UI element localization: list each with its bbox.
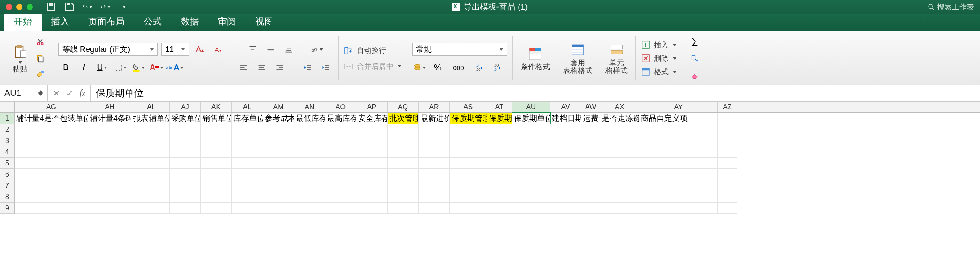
cell-AR9[interactable] [419, 203, 450, 214]
cell-AV8[interactable] [550, 191, 581, 203]
cell-AK5[interactable] [201, 158, 232, 169]
align-top-button[interactable] [245, 43, 260, 56]
cell-AH1[interactable]: 辅计量4条码 [88, 113, 131, 124]
percent-format-button[interactable]: % [430, 61, 445, 74]
copy-button[interactable] [33, 52, 48, 65]
clear-button[interactable] [687, 69, 702, 82]
cell-AJ8[interactable] [170, 191, 201, 203]
cell-AY5[interactable] [639, 158, 718, 169]
cell-AP9[interactable] [356, 203, 388, 214]
undo-button[interactable] [82, 2, 93, 12]
column-header-AU[interactable]: AU [512, 102, 550, 112]
cell-AW9[interactable] [581, 203, 600, 214]
accounting-format-button[interactable] [412, 61, 427, 74]
row-header-6[interactable]: 6 [0, 169, 15, 180]
name-box[interactable]: AU1 [0, 85, 48, 101]
cell-AN3[interactable] [294, 135, 325, 146]
cell-AQ7[interactable] [388, 180, 419, 191]
comma-format-button[interactable]: 000 [448, 61, 468, 74]
tab-review[interactable]: 审阅 [208, 13, 246, 31]
cell-AV2[interactable] [550, 124, 581, 135]
cell-AQ4[interactable] [388, 146, 419, 158]
cell-AS9[interactable] [450, 203, 487, 214]
tab-formulas[interactable]: 公式 [134, 13, 171, 31]
cell-AU8[interactable] [512, 191, 550, 203]
cell-AI9[interactable] [131, 203, 170, 214]
cell-AT2[interactable] [487, 124, 512, 135]
tab-insert[interactable]: 插入 [42, 13, 79, 31]
column-header-AM[interactable]: AM [263, 102, 294, 112]
decrease-decimal-button[interactable]: .00.0 [490, 61, 505, 74]
column-header-AQ[interactable]: AQ [388, 102, 419, 112]
cell-AQ2[interactable] [388, 124, 419, 135]
cell-AJ4[interactable] [170, 146, 201, 158]
cell-AZ6[interactable] [718, 169, 737, 180]
cell-AH3[interactable] [88, 135, 131, 146]
column-header-AL[interactable]: AL [232, 102, 263, 112]
cell-AZ2[interactable] [718, 124, 737, 135]
cell-AM3[interactable] [263, 135, 294, 146]
cell-AS6[interactable] [450, 169, 487, 180]
cell-AH2[interactable] [88, 124, 131, 135]
cell-AK7[interactable] [201, 180, 232, 191]
column-header-AS[interactable]: AS [450, 102, 487, 112]
cell-AG8[interactable] [15, 191, 88, 203]
cell-AU9[interactable] [512, 203, 550, 214]
cell-AI3[interactable] [131, 135, 170, 146]
cell-AN6[interactable] [294, 169, 325, 180]
cell-AG2[interactable] [15, 124, 88, 135]
cell-AL8[interactable] [232, 191, 263, 203]
cell-AL2[interactable] [232, 124, 263, 135]
cell-AP6[interactable] [356, 169, 388, 180]
cell-AU3[interactable] [512, 135, 550, 146]
cell-AW7[interactable] [581, 180, 600, 191]
decrease-indent-button[interactable] [300, 61, 315, 74]
column-header-AT[interactable]: AT [487, 102, 512, 112]
underline-button[interactable]: U [95, 61, 109, 74]
formula-input[interactable]: 保质期单位 [91, 87, 149, 100]
column-header-AO[interactable]: AO [325, 102, 356, 112]
row-header-7[interactable]: 7 [0, 180, 15, 191]
cell-AJ3[interactable] [170, 135, 201, 146]
cell-AK8[interactable] [201, 191, 232, 203]
cell-AX8[interactable] [600, 191, 639, 203]
orientation-button[interactable]: ab [309, 43, 324, 56]
cell-AR2[interactable] [419, 124, 450, 135]
cell-AZ8[interactable] [718, 191, 737, 203]
cell-AH7[interactable] [88, 180, 131, 191]
cell-AU1[interactable]: 保质期单位 [512, 113, 550, 124]
cell-AR1[interactable]: 最新进价 [419, 113, 450, 124]
cell-AT8[interactable] [487, 191, 512, 203]
cell-AR4[interactable] [419, 146, 450, 158]
cell-AI2[interactable] [131, 124, 170, 135]
cell-AJ9[interactable] [170, 203, 201, 214]
cell-AT7[interactable] [487, 180, 512, 191]
redo-button[interactable] [100, 2, 111, 12]
cell-AW6[interactable] [581, 169, 600, 180]
cell-AK3[interactable] [201, 135, 232, 146]
column-header-AZ[interactable]: AZ [718, 102, 737, 112]
decrease-font-button[interactable]: A▾ [211, 43, 225, 56]
row-header-2[interactable]: 2 [0, 124, 15, 135]
cell-AO9[interactable] [325, 203, 356, 214]
cell-AM1[interactable]: 参考成本 [263, 113, 294, 124]
cell-AM4[interactable] [263, 146, 294, 158]
cell-AI8[interactable] [131, 191, 170, 203]
cell-AG1[interactable]: 辅计量4是否包装单位 [15, 113, 88, 124]
column-header-AH[interactable]: AH [88, 102, 131, 112]
cell-AS7[interactable] [450, 180, 487, 191]
cell-AX7[interactable] [600, 180, 639, 191]
format-cells-button[interactable]: 格式 [641, 67, 676, 77]
delete-cells-button[interactable]: 删除 [641, 54, 676, 64]
cell-AR8[interactable] [419, 191, 450, 203]
cell-AU2[interactable] [512, 124, 550, 135]
cell-AY7[interactable] [639, 180, 718, 191]
cell-AH8[interactable] [88, 191, 131, 203]
column-header-AW[interactable]: AW [581, 102, 600, 112]
cell-AI4[interactable] [131, 146, 170, 158]
cell-AQ8[interactable] [388, 191, 419, 203]
cell-AK6[interactable] [201, 169, 232, 180]
cell-AN8[interactable] [294, 191, 325, 203]
customize-qat-button[interactable] [118, 2, 129, 12]
cell-AR3[interactable] [419, 135, 450, 146]
